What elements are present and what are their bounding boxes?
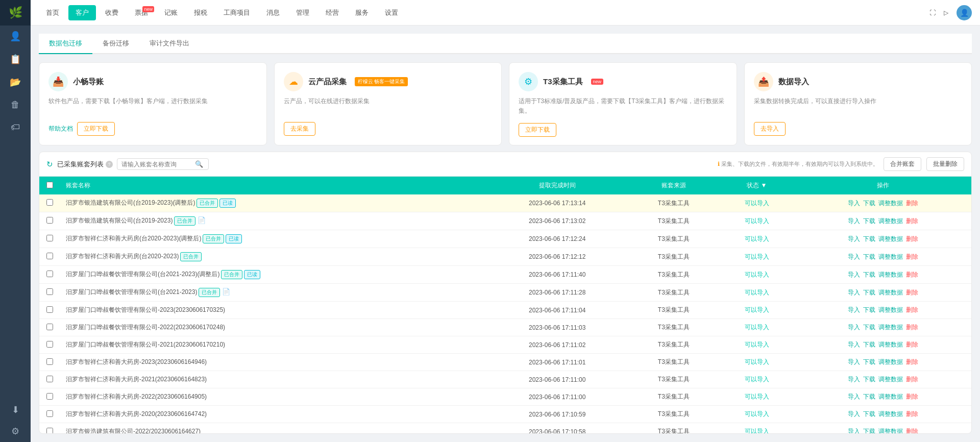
vip-btn[interactable]: ▷ — [944, 9, 950, 16]
action-下载[interactable]: 下载 — [863, 376, 875, 383]
help-doc-link[interactable]: 帮助文档 — [48, 125, 73, 133]
nav-business[interactable]: 工商项目 — [216, 5, 257, 20]
action-下载[interactable]: 下载 — [863, 289, 875, 296]
sidebar-item-recycle[interactable]: 🗑 — [0, 94, 31, 117]
action-调整数据[interactable]: 调整数据 — [878, 393, 903, 400]
action-导入[interactable]: 导入 — [848, 253, 860, 260]
action-下载[interactable]: 下载 — [863, 358, 875, 365]
action-导入[interactable]: 导入 — [848, 217, 860, 225]
action-导入[interactable]: 导入 — [848, 341, 860, 348]
row-checkbox[interactable] — [46, 358, 53, 365]
action-删除[interactable]: 删除 — [906, 200, 918, 207]
nav-invoices[interactable]: 票据new — [128, 5, 155, 20]
action-调整数据[interactable]: 调整数据 — [878, 341, 903, 348]
action-调整数据[interactable]: 调整数据 — [878, 376, 903, 383]
action-删除[interactable]: 删除 — [906, 324, 918, 331]
action-下载[interactable]: 下载 — [863, 235, 875, 242]
row-checkbox[interactable] — [46, 271, 53, 277]
action-导入[interactable]: 导入 — [848, 428, 860, 434]
action-删除[interactable]: 删除 — [906, 358, 918, 365]
action-导入[interactable]: 导入 — [848, 289, 860, 296]
row-checkbox[interactable] — [46, 253, 53, 259]
row-checkbox[interactable] — [46, 376, 53, 382]
action-调整数据[interactable]: 调整数据 — [878, 324, 903, 331]
action-导入[interactable]: 导入 — [848, 393, 860, 400]
merge-btn[interactable]: 合并账套 — [884, 157, 921, 171]
search-input[interactable] — [121, 161, 193, 168]
user-avatar[interactable]: 👤 — [957, 5, 972, 20]
action-导入[interactable]: 导入 — [848, 235, 860, 242]
action-下载[interactable]: 下载 — [863, 410, 875, 418]
download-btn-t3tool[interactable]: 立即下载 — [519, 123, 556, 137]
action-调整数据[interactable]: 调整数据 — [878, 217, 903, 225]
action-调整数据[interactable]: 调整数据 — [878, 253, 903, 260]
action-调整数据[interactable]: 调整数据 — [878, 358, 903, 365]
nav-tax[interactable]: 报税 — [187, 5, 214, 20]
nav-operation[interactable]: 经营 — [318, 5, 346, 20]
action-调整数据[interactable]: 调整数据 — [878, 306, 903, 313]
action-删除[interactable]: 删除 — [906, 235, 918, 242]
action-调整数据[interactable]: 调整数据 — [878, 235, 903, 242]
action-删除[interactable]: 删除 — [906, 376, 918, 383]
nav-home[interactable]: 首页 — [39, 5, 66, 20]
action-导入[interactable]: 导入 — [848, 324, 860, 331]
nav-settings[interactable]: 设置 — [378, 5, 405, 20]
action-下载[interactable]: 下载 — [863, 428, 875, 434]
nav-fees[interactable]: 收费 — [98, 5, 126, 20]
sidebar-item-zero-report[interactable]: 📋 — [0, 48, 31, 71]
collect-btn-yuncp[interactable]: 去采集 — [284, 122, 315, 136]
action-下载[interactable]: 下载 — [863, 306, 875, 313]
action-下载[interactable]: 下载 — [863, 253, 875, 260]
nav-manage[interactable]: 管理 — [289, 5, 316, 20]
action-下载[interactable]: 下载 — [863, 271, 875, 278]
action-导入[interactable]: 导入 — [848, 271, 860, 278]
action-下载[interactable]: 下载 — [863, 393, 875, 400]
action-调整数据[interactable]: 调整数据 — [878, 428, 903, 434]
action-导入[interactable]: 导入 — [848, 410, 860, 418]
fullscreen-btn[interactable]: ⛶ — [929, 9, 938, 16]
col-status[interactable]: 状态 ▼ — [719, 177, 794, 194]
action-导入[interactable]: 导入 — [848, 376, 860, 383]
sidebar-item-download[interactable]: ⬇ — [0, 399, 31, 421]
select-all-checkbox[interactable] — [46, 182, 53, 188]
tab-audit-export[interactable]: 审计文件导出 — [139, 34, 200, 54]
action-删除[interactable]: 删除 — [906, 393, 918, 400]
action-删除[interactable]: 删除 — [906, 217, 918, 225]
action-下载[interactable]: 下载 — [863, 324, 875, 331]
download-btn-xiaochang[interactable]: 立即下载 — [77, 122, 115, 136]
row-checkbox[interactable] — [46, 410, 53, 417]
action-下载[interactable]: 下载 — [863, 341, 875, 348]
action-导入[interactable]: 导入 — [848, 306, 860, 313]
action-调整数据[interactable]: 调整数据 — [878, 271, 903, 278]
refresh-icon[interactable]: ↻ — [46, 160, 53, 169]
row-checkbox[interactable] — [46, 341, 53, 348]
action-删除[interactable]: 删除 — [906, 306, 918, 313]
action-删除[interactable]: 删除 — [906, 428, 918, 434]
row-checkbox[interactable] — [46, 306, 53, 313]
sidebar-item-tag-settings[interactable]: 🏷 — [0, 117, 31, 139]
action-删除[interactable]: 删除 — [906, 271, 918, 278]
sidebar-item-account-migrate[interactable]: 📂 — [0, 71, 31, 94]
action-导入[interactable]: 导入 — [848, 200, 860, 207]
batch-delete-btn[interactable]: 批量删除 — [926, 157, 964, 171]
import-btn-dataimport[interactable]: 去导入 — [754, 122, 786, 136]
nav-service[interactable]: 服务 — [348, 5, 376, 20]
tab-data-migrate[interactable]: 数据包迁移 — [39, 34, 92, 54]
action-删除[interactable]: 删除 — [906, 289, 918, 296]
search-icon[interactable]: 🔍 — [195, 160, 203, 168]
tab-backup-migrate[interactable]: 备份迁移 — [92, 34, 139, 54]
action-下载[interactable]: 下载 — [863, 200, 875, 207]
row-checkbox[interactable] — [46, 324, 53, 330]
row-checkbox[interactable] — [46, 199, 53, 206]
action-下载[interactable]: 下载 — [863, 217, 875, 225]
row-checkbox[interactable] — [46, 428, 53, 434]
row-checkbox[interactable] — [46, 393, 53, 400]
action-删除[interactable]: 删除 — [906, 341, 918, 348]
sidebar-item-settings[interactable]: ⚙ — [0, 421, 31, 442]
action-删除[interactable]: 删除 — [906, 410, 918, 418]
action-删除[interactable]: 删除 — [906, 253, 918, 260]
action-导入[interactable]: 导入 — [848, 358, 860, 365]
sidebar-item-all-clients[interactable]: 👤 — [0, 26, 31, 48]
row-checkbox[interactable] — [46, 235, 53, 241]
action-调整数据[interactable]: 调整数据 — [878, 410, 903, 418]
